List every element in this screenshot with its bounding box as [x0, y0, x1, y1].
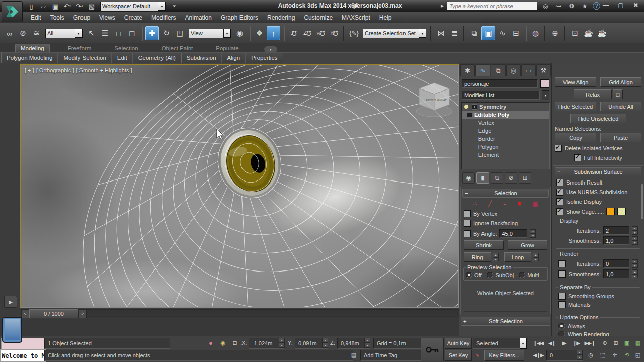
smooth-result-checkbox[interactable]	[556, 179, 564, 186]
by-angle-field[interactable]: 45,0	[499, 229, 527, 238]
ribbon-tab-object-paint[interactable]: Object Paint	[156, 44, 198, 52]
cage-color-swatch[interactable]	[606, 208, 615, 215]
auto-key-button[interactable]: Auto Key	[445, 338, 472, 349]
set-keys-button[interactable]	[421, 338, 444, 361]
save-file-icon[interactable]: ▣	[50, 2, 60, 11]
select-and-link-icon[interactable]: ∞	[3, 27, 16, 40]
chevron-down-icon[interactable]: ▼	[419, 29, 426, 38]
cage-selected-color-swatch[interactable]	[617, 208, 626, 215]
new-file-icon[interactable]: ▯	[26, 2, 36, 11]
menu-maxscript[interactable]: MAXScript	[337, 13, 375, 23]
delete-isolated-vertices-checkbox[interactable]	[555, 145, 562, 152]
motion-tab-icon[interactable]: ◎	[506, 64, 521, 76]
expand-icon[interactable]: +	[472, 104, 477, 110]
keyboard-override-toggle-icon[interactable]: ↑	[267, 26, 280, 40]
menu-graph-editors[interactable]: Graph Editors	[216, 13, 263, 23]
chevron-down-icon[interactable]: ▼	[75, 29, 83, 38]
border-subobject-icon[interactable]: ⌣	[503, 200, 507, 208]
create-tab-icon[interactable]: ✱	[460, 64, 475, 76]
panel-scrollbar[interactable]	[641, 184, 643, 219]
modifier-stack[interactable]: + Symmetry − Editable Poly ┈┈Vertex ┈┈Ed…	[461, 102, 550, 169]
viewport-layout-tab[interactable]	[2, 317, 22, 343]
play-animation-icon[interactable]: ▶	[559, 338, 569, 348]
isolate-selection-toggle-icon[interactable]: ●	[206, 338, 215, 348]
ribbon-tab-freeform[interactable]: Freeform	[63, 44, 97, 52]
render-iterations-checkbox[interactable]	[558, 260, 566, 267]
shrink-button[interactable]: Shrink	[464, 240, 504, 250]
add-time-tag-field[interactable]: Add Time Tag	[360, 350, 425, 361]
grow-button[interactable]: Grow	[508, 240, 547, 250]
stack-row-symmetry[interactable]: + Symmetry	[462, 103, 549, 111]
select-and-rotate-icon[interactable]: ↻	[160, 27, 173, 40]
by-vertex-checkbox[interactable]	[464, 210, 471, 217]
menu-group[interactable]: Group	[69, 13, 95, 23]
stack-row-border[interactable]: ┈┈Border	[462, 135, 549, 143]
modify-tab-icon[interactable]: ∿	[475, 64, 490, 76]
y-coord-spinner[interactable]: ▲▼	[322, 338, 328, 348]
layer-manager-icon[interactable]: ⧉	[468, 27, 480, 40]
render-production-icon[interactable]: ☕	[582, 27, 595, 40]
edit-named-selection-sets-icon[interactable]: {✎}	[348, 27, 360, 40]
full-interactivity-checkbox[interactable]	[574, 154, 581, 161]
menu-modifiers[interactable]: Modifiers	[147, 13, 181, 23]
copy-button[interactable]: Copy	[555, 133, 596, 142]
favorites-star-icon[interactable]: ★	[580, 3, 590, 10]
utilities-tab-icon[interactable]: ⚒	[536, 64, 551, 76]
zoom-icon[interactable]: ⊕	[600, 338, 610, 348]
redo-icon[interactable]: ↷▾	[74, 2, 85, 11]
smoothing-groups-checkbox[interactable]	[558, 293, 566, 300]
undo-icon[interactable]: ↶▾	[62, 2, 72, 11]
render-smoothness-field[interactable]: 1,0	[603, 269, 629, 278]
go-to-start-icon[interactable]: ❙◀◀	[532, 338, 544, 348]
coord-system-value[interactable]: View	[189, 29, 224, 38]
angle-snap-toggle-icon[interactable]: ∠Ω	[301, 27, 313, 40]
restore-button[interactable]: ▢	[616, 2, 626, 9]
snaps-toggle-3d-icon[interactable]: 3Ω	[287, 27, 300, 40]
set-key-button[interactable]: Set Key	[445, 350, 472, 361]
polygon-subobject-icon[interactable]: ■	[517, 200, 521, 208]
render-smoothness-checkbox[interactable]	[558, 270, 566, 278]
next-frame-icon[interactable]: ❙▶	[571, 338, 582, 348]
element-subobject-icon[interactable]: ▣	[532, 200, 538, 208]
window-crossing-icon[interactable]: ◻	[126, 27, 138, 40]
unlink-selection-icon[interactable]: ⊘	[17, 27, 29, 40]
next-frame-arrow[interactable]: >	[78, 309, 87, 318]
go-to-end-icon[interactable]: ▶▶❙	[584, 338, 596, 348]
panel-geometry-all[interactable]: Geometry (All)	[133, 53, 181, 63]
by-angle-checkbox[interactable]	[464, 230, 471, 237]
paste-button[interactable]: Paste	[600, 133, 641, 142]
hide-unselected-button[interactable]: Hide Unselected	[570, 114, 626, 123]
select-and-manipulate-icon[interactable]: ❖	[253, 27, 266, 40]
z-coord-spinner[interactable]: ▲▼	[364, 338, 370, 348]
close-button[interactable]: ✖	[631, 2, 641, 9]
time-configuration-icon[interactable]: ◷	[586, 350, 596, 360]
display-iterations-field[interactable]: 2	[603, 226, 629, 235]
preview-multi-radio[interactable]	[519, 272, 525, 278]
panel-edit[interactable]: Edit	[112, 53, 133, 63]
menu-rendering[interactable]: Rendering	[263, 13, 299, 23]
workspace-value[interactable]: Workspace: Default	[100, 2, 158, 11]
by-angle-spinner[interactable]: ▲▼	[530, 229, 536, 238]
infocenter-expand-icon[interactable]: ▶	[441, 4, 444, 8]
rectangular-selection-region-icon[interactable]: □	[112, 27, 125, 40]
key-mode-toggle-icon[interactable]: ◀❙▶	[532, 350, 544, 360]
menu-create[interactable]: Create	[120, 13, 147, 23]
orbit-icon[interactable]: ⟲	[622, 350, 632, 360]
select-and-move-icon[interactable]: ✚	[145, 26, 159, 40]
menu-help[interactable]: Help	[375, 13, 396, 23]
absolute-mode-transform-icon[interactable]: ⊡	[230, 338, 239, 348]
isoline-display-checkbox[interactable]	[556, 198, 564, 205]
display-tab-icon[interactable]: ▭	[521, 64, 536, 76]
communication-center-icon[interactable]: ❂	[567, 3, 577, 10]
open-file-icon[interactable]: ▱	[38, 2, 48, 11]
zoom-extents-all-icon[interactable]: ▦	[633, 338, 643, 348]
selection-rollout-header[interactable]: −Selection	[462, 189, 549, 198]
key-filter-set-dropdown[interactable]: Selected ▼	[473, 338, 527, 349]
pin-stack-icon[interactable]: ◉	[462, 172, 475, 184]
display-smoothness-field[interactable]: 1,0	[603, 236, 629, 245]
x-coord-spinner[interactable]: ▲▼	[279, 338, 285, 348]
update-always-radio[interactable]	[558, 323, 565, 329]
perspective-viewport[interactable]: [ + ] [ Orthographic ] [ Smooth + Highli…	[20, 64, 460, 309]
viewport-pov-menu[interactable]: [ Orthographic ]	[36, 67, 74, 73]
render-setup-icon[interactable]: ⊕	[549, 27, 561, 40]
